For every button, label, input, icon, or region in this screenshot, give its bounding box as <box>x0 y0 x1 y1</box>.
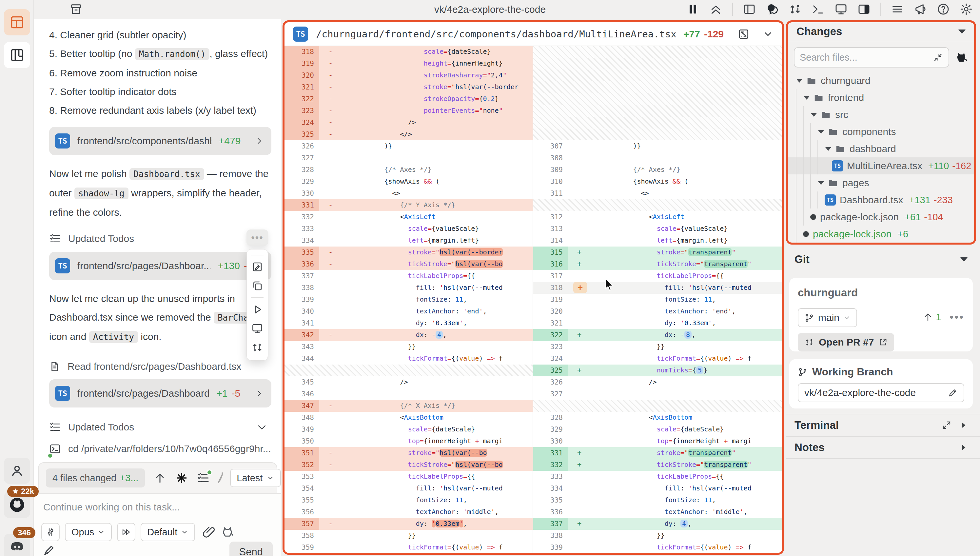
tree-expand-arrow[interactable] <box>811 113 817 117</box>
diff-line-right[interactable]: 309 {/* Axes */} <box>533 164 782 176</box>
diff-line-right[interactable]: 308 <box>533 152 782 164</box>
diff-line-left[interactable]: 339 fontSize: 11, <box>284 294 533 305</box>
diff-line-right[interactable] <box>533 105 782 117</box>
tree-item-churnguard[interactable]: churnguard <box>788 72 974 89</box>
diff-line-right[interactable]: 338 }} <box>533 530 782 541</box>
diff-line-left[interactable]: 337 tickLabelProps={{ <box>284 270 533 282</box>
diff-line-right[interactable]: 339 tickFormat={(value) => f <box>533 541 782 553</box>
files-changed-chip[interactable]: 4 files changed +3... <box>46 469 145 488</box>
diff-line-left[interactable]: 348 <AxisBottom <box>284 412 533 423</box>
mode-dropdown[interactable]: Default <box>140 523 195 541</box>
diff-line-right[interactable]: 315+ stroke="transparent" <box>533 247 782 258</box>
diff-line-right[interactable]: 326 /> <box>533 377 782 388</box>
chat-transcript[interactable]: 4. Cleaner grid (subtler opacity)5. Bett… <box>34 19 281 462</box>
menu-icon[interactable] <box>891 3 904 16</box>
diff-line-right[interactable]: 320 textAnchor: 'end', <box>533 305 782 317</box>
monitor-icon[interactable] <box>835 3 848 16</box>
diff-line-right[interactable]: 331+ stroke="transparent" <box>533 447 782 459</box>
layout-panel-icon[interactable] <box>4 9 30 36</box>
diff-line-right[interactable]: 307 )} <box>533 140 782 152</box>
cat-icon[interactable] <box>954 50 968 64</box>
diff-view-toggle-icon[interactable] <box>738 28 750 40</box>
diff-line-left[interactable]: 342- dx: -4, <box>284 329 533 341</box>
diff-line-left[interactable]: 349 scale={dateScale} <box>284 423 533 435</box>
left-panel-icon[interactable] <box>743 3 756 16</box>
todos-row-2[interactable]: Updated Todos <box>49 421 271 433</box>
diff-line-left[interactable]: 357- dy: '0.33em', <box>284 518 533 530</box>
diff-line-left[interactable]: 347- {/* X Axis */} <box>284 400 533 412</box>
tree-expand-arrow[interactable] <box>818 181 824 185</box>
diff-line-right[interactable]: 327 <box>533 388 782 400</box>
search-files-input[interactable]: Search files... <box>794 47 949 68</box>
diff-line-left[interactable]: 359 tickFormat={(value) => f <box>284 541 533 553</box>
terminal-icon[interactable] <box>812 3 825 16</box>
copy-icon[interactable] <box>247 276 268 296</box>
gear-icon[interactable] <box>960 3 973 16</box>
diff-line-left[interactable]: 319- height={innerHeight} <box>284 58 533 70</box>
account-icon[interactable] <box>4 457 30 484</box>
monitor-icon[interactable] <box>247 319 268 338</box>
notes-section[interactable]: Notes <box>786 437 976 458</box>
diff-line-left[interactable]: 321- stroke="hsl(var(--border <box>284 81 533 93</box>
diff-line-left[interactable]: 329 {showAxis && ( <box>284 176 533 187</box>
branch-dropdown[interactable]: main <box>798 308 857 327</box>
pause-icon[interactable] <box>686 3 699 16</box>
spark-icon[interactable] <box>175 472 188 485</box>
diff-line-right[interactable]: 319 fontSize: 11, <box>533 294 782 305</box>
diff-line-right[interactable]: 321 dy: '0.33em', <box>533 317 782 329</box>
tree-item-package-lock.json[interactable]: package-lock.json+6 <box>788 226 974 242</box>
diff-line-right[interactable] <box>533 117 782 129</box>
diff-line-right[interactable]: 318+ fill: 'hsl(var(--muted <box>533 282 782 294</box>
diff-line-right[interactable]: 325+ numTicks={5} <box>533 365 782 377</box>
collapse-all-icon[interactable] <box>709 3 722 16</box>
diff-line-left[interactable]: 327 <box>284 152 533 164</box>
diff-line-right[interactable]: 328 <AxisBottom <box>533 412 782 423</box>
kanban-board-icon[interactable] <box>4 42 30 68</box>
diff-line-right[interactable]: 317 tickLabelProps={{ <box>533 270 782 282</box>
model-dropdown[interactable]: Opus <box>65 523 112 541</box>
section-collapse-icon[interactable] <box>960 257 967 262</box>
diff-line-right[interactable] <box>533 199 782 211</box>
open-pr-button[interactable]: Open PR #7 <box>798 333 894 351</box>
working-branch-input[interactable]: vk/4e2a-explore-the-code <box>798 383 964 402</box>
diff-line-left[interactable]: 345 /> <box>284 377 533 388</box>
diff-line-right[interactable]: 329 scale={dateScale} <box>533 423 782 435</box>
diff-line-left[interactable]: 333 scale={valueScale} <box>284 223 533 235</box>
diff-line-left[interactable]: 325- </> <box>284 129 533 140</box>
diff-line-left[interactable]: 330 <> <box>284 187 533 199</box>
diff-line-right[interactable]: 336 textAnchor: 'middle', <box>533 506 782 518</box>
tree-expand-arrow[interactable] <box>796 79 802 82</box>
file-chip-dashboard-1[interactable]: TS frontend/src/pages/Dashboar... +130 -… <box>49 252 271 280</box>
diff-line-left[interactable]: 332 <AxisLeft <box>284 211 533 223</box>
diff-line-left[interactable]: 322- strokeOpacity={0.2} <box>284 93 533 105</box>
diff-line-left[interactable]: 344 tickFormat={(value) => f <box>284 353 533 365</box>
send-button[interactable]: Send <box>229 541 273 556</box>
tree-item-MultiLineArea.tsx[interactable]: TSMultiLineArea.tsx+110-162 <box>788 157 974 175</box>
tree-item-Dashboard.tsx[interactable]: TSDashboard.tsx+131-233 <box>788 191 974 208</box>
cat-icon[interactable] <box>221 525 234 539</box>
diff-line-right[interactable]: 314 left={margin.left} <box>533 235 782 247</box>
diff-line-left[interactable]: 351- stroke="hsl(var(--bo <box>284 447 533 459</box>
diff-line-right[interactable]: 310 {showAxis && ( <box>533 176 782 187</box>
help-icon[interactable] <box>937 3 950 16</box>
diff-line-right[interactable] <box>533 81 782 93</box>
diff-line-left[interactable]: 323- pointerEvents="none" <box>284 105 533 117</box>
diff-line-left[interactable]: 355 fontSize: 11, <box>284 495 533 506</box>
tree-item-package-lock.json[interactable]: package-lock.json+61-104 <box>788 208 974 226</box>
version-dropdown[interactable]: Latest <box>230 469 281 487</box>
git-compare-icon[interactable] <box>789 3 802 16</box>
diff-line-left[interactable]: 353 tickLabelProps={{ <box>284 471 533 483</box>
highlighter-icon[interactable] <box>43 543 56 556</box>
diff-line-left[interactable]: 324- /> <box>284 117 533 129</box>
terminal-section[interactable]: Terminal <box>786 414 976 436</box>
diff-line-left[interactable]: 331- {/* Y Axis */} <box>284 199 533 211</box>
tree-item-src[interactable]: src <box>788 106 974 123</box>
diff-line-left[interactable]: 338 fill: 'hsl(var(--muted <box>284 282 533 294</box>
diff-line-left[interactable]: 328 {/* Axes */} <box>284 164 533 176</box>
changes-header[interactable]: Changes <box>788 22 974 41</box>
pencil-icon[interactable] <box>948 388 958 398</box>
diff-line-right[interactable]: 323 }} <box>533 341 782 353</box>
todo-list-icon[interactable] <box>197 472 210 485</box>
diff-line-right[interactable]: 335 fontSize: 11, <box>533 495 782 506</box>
expand-right-icon[interactable] <box>959 443 967 452</box>
